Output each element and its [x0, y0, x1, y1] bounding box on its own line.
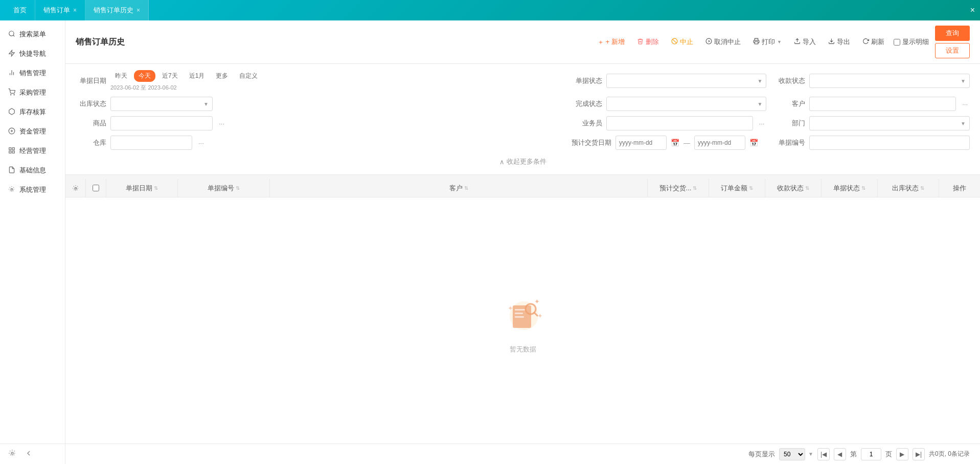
- delete-button[interactable]: 删除: [634, 35, 662, 49]
- warehouse-status-select[interactable]: [110, 97, 213, 111]
- query-button[interactable]: 查询: [935, 26, 970, 41]
- stop-button[interactable]: 中止: [668, 35, 696, 49]
- sidebar-item-capital-mgmt[interactable]: 资金管理: [0, 122, 65, 141]
- completion-status-select[interactable]: [606, 97, 767, 111]
- new-button[interactable]: + + 新增: [596, 35, 628, 49]
- department-label: 部门: [774, 119, 805, 128]
- filter-row-3: 商品 ··· 业务员 ··· 部门 ▼: [76, 116, 970, 130]
- svg-rect-26: [515, 309, 525, 311]
- refresh-button[interactable]: 刷新: [859, 35, 887, 49]
- receipt-status-label: 收款状态: [774, 76, 805, 85]
- receipt-status-sort-icon: ⇅: [805, 185, 809, 191]
- salesperson-input[interactable]: [606, 116, 753, 130]
- prev-page-button[interactable]: ◀: [834, 448, 846, 460]
- receipt-status-select-wrapper: ▼: [809, 74, 970, 88]
- sidebar-item-operation-mgmt[interactable]: 经营管理: [0, 141, 65, 161]
- department-select[interactable]: [809, 116, 970, 130]
- tab-close-sales-order-history[interactable]: ×: [136, 7, 140, 14]
- filter-row-4: 仓库 ··· 预计交货日期 📅 — 📅 单据编号: [76, 136, 970, 150]
- th-customer[interactable]: 客户 ⇅: [270, 179, 648, 197]
- goods-input[interactable]: [110, 116, 213, 130]
- calendar-start-icon[interactable]: 📅: [671, 139, 679, 147]
- print-button[interactable]: 打印 ▼: [750, 35, 785, 49]
- receipt-status-select[interactable]: [809, 74, 970, 88]
- empty-state: ✦ ✦ ✦ 暂无数据: [65, 197, 980, 444]
- toolbar: + + 新增 删除 中止: [596, 26, 970, 58]
- date-filter: 单据日期 昨天 今天 近7天 近1月 更多 自定义 2023-06-02 至 2…: [76, 70, 563, 92]
- select-all-checkbox[interactable]: [93, 185, 99, 191]
- customer-input[interactable]: [809, 97, 956, 111]
- sidebar-item-search-menu[interactable]: 搜索菜单: [0, 25, 65, 44]
- tab-sales-order[interactable]: 销售订单 ×: [35, 0, 85, 20]
- amount-sort-icon: ⇅: [749, 185, 753, 191]
- th-order-status[interactable]: 单据状态 ⇅: [822, 179, 878, 197]
- th-settings[interactable]: [65, 179, 86, 197]
- svg-rect-27: [515, 313, 523, 314]
- tab-home[interactable]: 首页: [5, 0, 35, 20]
- th-amount[interactable]: 订单金额 ⇅: [709, 179, 765, 197]
- last-page-button[interactable]: ▶|: [913, 448, 925, 460]
- sidebar-item-quick-nav[interactable]: 快捷导航: [0, 44, 65, 63]
- purchase-mgmt-icon: [8, 89, 15, 97]
- sidebar-settings-icon[interactable]: [8, 449, 16, 459]
- tab-close-sales-order[interactable]: ×: [73, 7, 77, 14]
- sidebar-collapse-icon[interactable]: [25, 449, 33, 459]
- sidebar-item-sales-mgmt[interactable]: 销售管理: [0, 63, 65, 83]
- collapse-bar[interactable]: ∧ 收起更多条件: [76, 155, 970, 168]
- th-receipt-status[interactable]: 收款状态 ⇅: [765, 179, 822, 197]
- svg-rect-13: [12, 151, 14, 153]
- tab-sales-order-history[interactable]: 销售订单历史 ×: [85, 0, 149, 20]
- next-page-button[interactable]: ▶: [896, 448, 908, 460]
- svg-point-19: [706, 38, 712, 44]
- calendar-end-icon[interactable]: 📅: [749, 139, 758, 147]
- warehouse-ellipsis-btn[interactable]: ···: [196, 139, 206, 147]
- date-filter-label: 单据日期: [76, 76, 106, 85]
- order-status-select[interactable]: [606, 74, 767, 88]
- th-checkbox[interactable]: [86, 179, 106, 197]
- date-btn-more[interactable]: 更多: [211, 70, 233, 82]
- salesperson-ellipsis-btn[interactable]: ···: [757, 120, 767, 127]
- warehouse-input[interactable]: [110, 136, 192, 150]
- goods-ellipsis-btn[interactable]: ···: [217, 120, 226, 127]
- import-button[interactable]: 导入: [791, 35, 819, 49]
- display-columns-checkbox[interactable]: [894, 39, 900, 46]
- svg-point-23: [75, 187, 77, 189]
- per-page-label: 每页显示: [748, 450, 775, 459]
- sidebar-item-basic-info[interactable]: 基础信息: [0, 161, 65, 180]
- date-btn-7days[interactable]: 近7天: [157, 70, 183, 82]
- date-btn-1month[interactable]: 近1月: [185, 70, 210, 82]
- search-section: 单据日期 昨天 今天 近7天 近1月 更多 自定义 2023-06-02 至 2…: [65, 64, 980, 175]
- sidebar-bottom: [0, 444, 65, 464]
- th-date[interactable]: 单据日期 ⇅: [106, 179, 178, 197]
- cancel-stop-button[interactable]: 取消中止: [702, 35, 744, 49]
- basic-info-icon: [8, 166, 15, 175]
- svg-line-18: [673, 39, 677, 43]
- date-btn-yesterday[interactable]: 昨天: [110, 70, 132, 82]
- order-no-input[interactable]: [809, 136, 970, 150]
- export-button[interactable]: 导出: [825, 35, 853, 49]
- date-btn-today[interactable]: 今天: [134, 70, 155, 82]
- warehouse-status-filter: 出库状态 ▼: [76, 97, 563, 111]
- display-columns-toggle[interactable]: 显示明细: [894, 37, 929, 47]
- stop-icon: [671, 38, 678, 46]
- sidebar-item-purchase-mgmt[interactable]: 采购管理: [0, 83, 65, 102]
- sidebar-item-inventory-calc[interactable]: 库存核算: [0, 102, 65, 122]
- th-no[interactable]: 单据编号 ⇅: [178, 179, 270, 197]
- delivery-date-start-input[interactable]: [616, 136, 667, 150]
- th-operation: 操作: [939, 179, 980, 197]
- table-footer: 每页显示 50 10 20 100 ▼ |◀ ◀ 第 页 ▶ ▶| 共0页, 0…: [65, 444, 980, 464]
- first-page-button[interactable]: |◀: [817, 448, 830, 460]
- completion-status-label: 完成状态: [572, 99, 602, 108]
- th-warehouse-status[interactable]: 出库状态 ⇅: [878, 179, 939, 197]
- date-btn-custom[interactable]: 自定义: [235, 70, 262, 82]
- page-number-input[interactable]: [861, 448, 881, 460]
- sidebar-item-system-mgmt[interactable]: 系统管理: [0, 180, 65, 200]
- th-delivery[interactable]: 预计交货... ⇅: [648, 179, 709, 197]
- window-close-button[interactable]: ×: [970, 6, 975, 15]
- per-page-select[interactable]: 50 10 20 100: [779, 448, 805, 460]
- set-button[interactable]: 设置: [935, 43, 970, 58]
- customer-ellipsis-btn[interactable]: ···: [960, 100, 970, 108]
- warehouse-filter: 仓库 ···: [76, 136, 563, 150]
- main-layout: 搜索菜单 快捷导航 销售管理 采购管理 库存核算: [0, 20, 980, 464]
- delivery-date-end-input[interactable]: [694, 136, 745, 150]
